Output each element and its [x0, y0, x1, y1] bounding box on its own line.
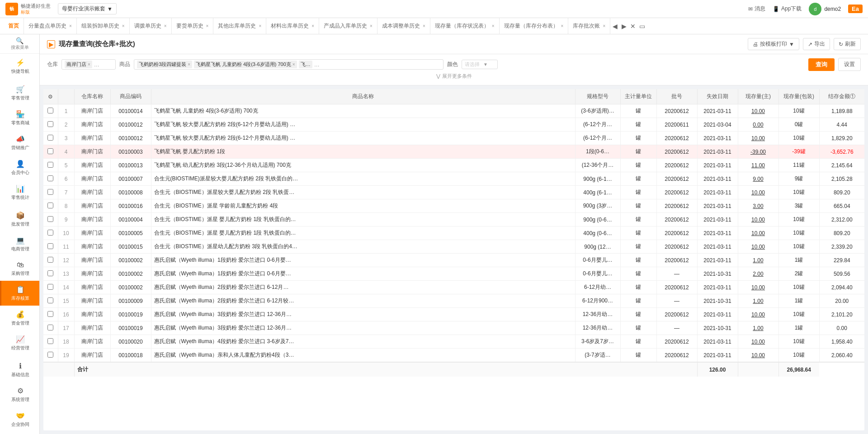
sidebar-item-purchase[interactable]: 🛍 采购管理 [0, 256, 39, 281]
setting-btn[interactable]: 设置 [838, 58, 861, 71]
row-select-checkbox[interactable] [47, 338, 53, 344]
row-select-checkbox[interactable] [47, 203, 53, 208]
row-qty-main[interactable]: 1.00 [738, 254, 778, 267]
row-checkbox[interactable] [43, 294, 58, 308]
sidebar-item-finance[interactable]: 💰 资金管理 [0, 306, 39, 330]
tab-close-all-btn[interactable]: ✕ [628, 18, 637, 34]
row-qty-main[interactable]: 10.00 [738, 186, 778, 199]
row-checkbox[interactable] [43, 118, 58, 132]
tab-expand-btn[interactable]: ▭ [637, 18, 646, 34]
tab-demand[interactable]: 要货单历史 × [172, 18, 214, 34]
row-select-checkbox[interactable] [47, 148, 53, 154]
sidebar-item-inventory[interactable]: 📋 库存核算 [0, 281, 39, 306]
row-select-checkbox[interactable] [47, 270, 53, 276]
sidebar-item-enterprise[interactable]: 🤝 企业协同 [0, 407, 39, 432]
row-qty-main[interactable]: 10.00 [738, 132, 778, 145]
query-btn[interactable]: 查询 [808, 58, 835, 71]
tab-partial-inventory[interactable]: 分量盘点单历史 × [24, 18, 77, 34]
row-checkbox[interactable] [43, 240, 58, 254]
sidebar-item-retail-stats[interactable]: 📊 零售统计 [0, 180, 39, 205]
row-checkbox[interactable] [43, 199, 58, 213]
col-gear[interactable]: ⚙ [43, 89, 58, 104]
row-qty-main[interactable]: 10.00 [738, 104, 778, 118]
row-checkbox[interactable] [43, 145, 58, 159]
tab-material-out[interactable]: 材料出库单历史 × [266, 18, 319, 34]
row-qty-main[interactable]: -39.00 [738, 145, 778, 159]
tab-close-stock-dist[interactable]: × [561, 24, 564, 28]
row-qty-main[interactable]: 10.00 [738, 240, 778, 254]
row-qty-main[interactable]: 10.00 [738, 213, 778, 226]
row-select-checkbox[interactable] [47, 135, 53, 141]
row-qty-main[interactable]: 1.00 [738, 321, 778, 335]
product-more-btn[interactable]: … [314, 61, 320, 68]
tab-close-pick[interactable]: × [164, 24, 167, 28]
sidebar-item-operations[interactable]: 📈 经营管理 [0, 330, 39, 355]
refresh-btn[interactable]: ↻ 刷新 [834, 38, 861, 50]
tab-next-btn[interactable]: ▶ [619, 18, 628, 34]
warehouse-tag-remove[interactable]: × [88, 62, 90, 67]
tab-home[interactable]: 首页 [4, 18, 24, 34]
row-checkbox[interactable] [43, 132, 58, 145]
row-checkbox[interactable] [43, 254, 58, 267]
tab-disassemble[interactable]: 组装拆卸单历史 × [77, 18, 130, 34]
messages-btn[interactable]: ✉ 消息 [748, 5, 765, 13]
row-qty-main[interactable]: 9.00 [738, 172, 778, 186]
row-select-checkbox[interactable] [47, 230, 53, 236]
row-select-checkbox[interactable] [47, 297, 53, 303]
row-checkbox[interactable] [43, 281, 58, 294]
product-tag-1-remove[interactable]: × [188, 62, 190, 67]
tab-close-product-in[interactable]: × [370, 24, 373, 28]
tab-close-material-out[interactable]: × [311, 24, 314, 28]
row-checkbox[interactable] [43, 104, 58, 118]
tab-other-out[interactable]: 其他出库单历史 × [213, 18, 266, 34]
expand-more-btn[interactable]: ⋁ 展开更多条件 [47, 71, 861, 81]
row-select-checkbox[interactable] [47, 243, 53, 249]
row-checkbox[interactable] [43, 226, 58, 240]
warehouse-filter[interactable]: 南岸门店 × … [61, 59, 116, 70]
sidebar-item-quick-nav[interactable]: ⚡ 快捷导航 [0, 54, 39, 79]
org-selector[interactable]: 母婴行业演示账套 ▼ [58, 3, 117, 14]
row-qty-main[interactable]: 11.00 [738, 159, 778, 172]
tab-batch-ledger[interactable]: 库存批次账 × [568, 18, 610, 34]
sidebar-item-system[interactable]: ⚙ 系统管理 [0, 382, 39, 407]
sidebar-item-wholesale[interactable]: 📦 批发管理 [0, 207, 39, 231]
export-btn[interactable]: ↗ 导出 [803, 38, 830, 50]
row-checkbox[interactable] [43, 267, 58, 281]
row-select-checkbox[interactable] [47, 311, 53, 317]
row-qty-main[interactable]: 10.00 [738, 308, 778, 321]
row-qty-main[interactable]: 0.00 [738, 118, 778, 132]
warehouse-more-btn[interactable]: … [94, 61, 99, 68]
tab-close-batch-ledger[interactable]: × [603, 24, 605, 28]
row-qty-main[interactable]: 10.00 [738, 335, 778, 349]
sidebar-item-ecommerce[interactable]: 💻 电商管理 [0, 231, 39, 256]
sidebar-item-retail-shop[interactable]: 🏪 零售商城 [0, 105, 39, 130]
tab-close-disassemble[interactable]: × [122, 24, 125, 28]
row-checkbox[interactable] [43, 349, 58, 363]
row-qty-main[interactable]: 10.00 [738, 349, 778, 363]
row-select-checkbox[interactable] [47, 189, 53, 195]
app-download-btn[interactable]: 📱 App下载 [773, 5, 802, 13]
user-name[interactable]: demo2 [824, 6, 841, 12]
sidebar-search-item[interactable]: 🔍 搜索菜单 [0, 34, 39, 54]
tab-pick[interactable]: 调拨单历史 × [130, 18, 172, 34]
row-qty-main[interactable]: 2.00 [738, 267, 778, 281]
row-select-checkbox[interactable] [47, 175, 53, 181]
sidebar-item-basic[interactable]: ℹ 基础信息 [0, 357, 39, 382]
row-checkbox[interactable] [43, 159, 58, 172]
tab-close-stock-status[interactable]: × [492, 24, 495, 28]
product-tag-2-remove[interactable]: × [292, 62, 295, 67]
row-checkbox[interactable] [43, 308, 58, 321]
row-select-checkbox[interactable] [47, 162, 53, 168]
expand-sidebar-btn[interactable]: ▶ [47, 40, 55, 48]
sidebar-item-retail[interactable]: 🛒 零售管理 [0, 80, 39, 105]
row-checkbox[interactable] [43, 186, 58, 199]
row-qty-main[interactable]: 1.00 [738, 294, 778, 308]
product-filter[interactable]: 飞鹤奶粉3段四罐提装 × 飞鹤星飞帆 儿童奶粉 4段(3-6岁适用) 700克 … [134, 59, 443, 70]
color-filter[interactable]: 请选择 ▼ [462, 60, 498, 69]
tab-stock-status[interactable]: 现存量（库存状况表） × [430, 18, 500, 34]
tab-close-other-out[interactable]: × [259, 24, 261, 28]
row-qty-main[interactable]: 10.00 [738, 226, 778, 240]
row-qty-main[interactable]: 10.00 [738, 281, 778, 294]
row-select-checkbox[interactable] [47, 108, 53, 113]
row-select-checkbox[interactable] [47, 325, 53, 330]
